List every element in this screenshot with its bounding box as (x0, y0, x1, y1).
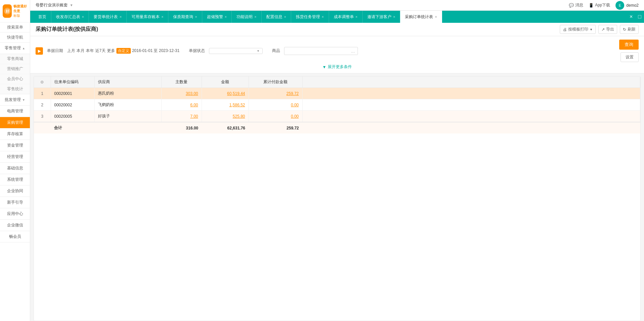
paid-link-3[interactable]: 0.00 (291, 114, 299, 119)
close-icon[interactable]: × (161, 15, 163, 19)
sidebar-item-finance[interactable]: 资金管理 (0, 140, 30, 151)
window-max-icon[interactable]: □ (635, 14, 644, 20)
sidebar-item-wechat-work[interactable]: 企业微信 (0, 220, 30, 231)
amount-link-2[interactable]: 1,586.52 (229, 103, 245, 107)
date-range-display: 2016-01-01 至 2023-12-31 (132, 48, 179, 54)
sidebar-item-wholesale[interactable]: 批发管理 ▼ (0, 94, 30, 106)
custom-date-tag[interactable]: 自定义 (116, 48, 131, 54)
tab-shelf-life[interactable]: 保质期查询 × (168, 11, 202, 23)
qty-link-2[interactable]: 6.00 (190, 103, 198, 107)
table-settings-icon[interactable]: ⚙ (40, 80, 44, 85)
sidebar-item-retail-manage[interactable]: 零售管理 ▲ (0, 43, 30, 54)
sidebar-search[interactable]: 搜索菜单 (0, 22, 30, 33)
query-button[interactable]: 查询 (619, 40, 639, 50)
sidebar-item-inventory[interactable]: 库存核算 (0, 128, 30, 140)
close-icon[interactable]: × (435, 15, 437, 19)
tab-home[interactable]: 首页 (34, 11, 51, 23)
expand-more-button[interactable]: ▼ 展开更多条件 (322, 64, 352, 70)
sidebar-item-operations[interactable]: 经营管理 (0, 151, 30, 163)
username: demo2 (626, 3, 639, 8)
cell-amount-2: 1,586.52 (202, 99, 249, 111)
shortcut-this-year[interactable]: 本年 (86, 48, 94, 54)
main-content: 母婴行业演示账套 ▼ 💬 消息 📱 App下载 E demo2 首页 (30, 0, 644, 321)
export-button[interactable]: ↗ 导出 (598, 25, 617, 34)
export-icon: ↗ (601, 27, 605, 32)
paid-link-1[interactable]: 259.72 (286, 91, 299, 96)
cell-code-3: 00020005 (51, 111, 94, 122)
cell-supplier-2: 飞鹤奶粉 (94, 99, 161, 111)
close-icon[interactable]: × (356, 15, 358, 19)
tab-stock-summary[interactable]: 收发存汇总表 × (51, 11, 89, 23)
amount-link-3[interactable]: 525.80 (233, 114, 245, 119)
sidebar-item-ecommerce[interactable]: 电商管理 (0, 106, 30, 117)
table-header-row: ⚙ 往来单位编码 供应商 主数量 金额 累计付款金额 (34, 76, 640, 88)
sidebar-item-appcenter[interactable]: 应用中心 (0, 208, 30, 220)
user-menu[interactable]: E demo2 (615, 1, 639, 10)
table-row[interactable]: 1 00020001 惠氏奶粉 303.00 60,519.44 259.72 (34, 88, 640, 99)
tab-cost-adjust[interactable]: 成本调整单 × (329, 11, 363, 23)
table-row[interactable]: 2 00020002 飞鹤奶粉 6.00 1,586.52 0.00 (34, 99, 640, 111)
tab-invite-customer[interactable]: 邀请下游客户 × (363, 11, 400, 23)
cell-spacer-1 (302, 88, 640, 99)
cell-qty-2: 6.00 (161, 99, 202, 111)
amount-link-1[interactable]: 60,519.44 (227, 91, 245, 96)
sidebar-item-retail-stat[interactable]: 零售统计 (0, 84, 30, 94)
workspace-selector[interactable]: 母婴行业演示账套 ▼ (36, 2, 73, 8)
shortcut-last7days[interactable]: 近7天 (95, 48, 106, 54)
table-row[interactable]: 3 00020005 好孩子 7.00 525.80 0.00 (34, 111, 640, 122)
tab-function-desc[interactable]: 功能说明 × (232, 11, 261, 23)
cell-seq-2: 2 (34, 99, 51, 111)
refresh-button[interactable]: ↻ 刷新 (620, 25, 639, 34)
footer-supplier (94, 122, 161, 133)
shortcut-last-month[interactable]: 上月 (67, 48, 75, 54)
window-close-icon[interactable]: × (627, 14, 635, 20)
cell-code-1: 00020001 (51, 88, 94, 99)
tab-purchase-stat-active[interactable]: 采购订单统计表 × (400, 11, 442, 23)
sidebar-item-basics[interactable]: 基础信息 (0, 163, 30, 174)
tab-pick-task[interactable]: 拣货任务管理 × (291, 11, 329, 23)
status-filter-label: 单据状态 (189, 48, 205, 54)
filter-toggle-button[interactable]: ▶ (36, 47, 43, 55)
sidebar-item-member2[interactable]: 畅会员 (0, 231, 30, 243)
th-settings[interactable]: ⚙ (34, 76, 51, 88)
close-icon[interactable]: × (195, 15, 197, 19)
shortcut-more[interactable]: 更多 (107, 48, 115, 54)
close-icon[interactable]: × (254, 15, 256, 19)
close-icon[interactable]: × (322, 15, 324, 19)
page-actions: 🖨 按模板打印 ▼ ↗ 导出 ↻ 刷新 (560, 25, 639, 34)
app-download-button[interactable]: 📱 App下载 (589, 2, 610, 8)
close-icon[interactable]: × (284, 15, 286, 19)
close-icon[interactable]: × (82, 15, 84, 19)
tab-available-stock[interactable]: 可用量库存账本 × (127, 11, 168, 23)
paid-link-2[interactable]: 0.00 (291, 103, 299, 107)
sidebar-item-retail-shop[interactable]: 零售商城 (0, 54, 30, 64)
sidebar-item-newguide[interactable]: 新手引导 (0, 197, 30, 208)
tab-overstock-warning[interactable]: 超储预警 × (202, 11, 232, 23)
print-dropdown-icon: ▼ (590, 28, 593, 31)
workspace-label: 母婴行业演示账套 (36, 2, 68, 8)
workspace-dropdown-icon: ▼ (70, 3, 73, 7)
goods-input[interactable]: ... (284, 47, 358, 55)
print-button[interactable]: 🖨 按模板打印 ▼ (560, 25, 596, 34)
qty-link-3[interactable]: 7.00 (190, 114, 198, 119)
close-icon[interactable]: × (225, 15, 227, 19)
sidebar-quick-nav[interactable]: 快捷导航 (0, 33, 30, 43)
settings-button[interactable]: 设置 (621, 52, 639, 62)
close-icon[interactable]: × (393, 15, 395, 19)
message-button[interactable]: 💬 消息 (569, 2, 583, 8)
tab-purchase-order-stat[interactable]: 要货单统计表 × (89, 11, 126, 23)
sidebar-item-system[interactable]: 系统管理 (0, 174, 30, 185)
sidebar-logo-area: 好 畅捷通好生意 标版 (0, 0, 30, 22)
status-select[interactable]: ▼ (209, 48, 263, 54)
sidebar-item-corp-collab[interactable]: 企业协同 (0, 185, 30, 197)
shortcut-this-month[interactable]: 本月 (76, 48, 85, 54)
close-icon[interactable]: × (119, 15, 121, 19)
qty-link-1[interactable]: 303.00 (186, 91, 198, 96)
sidebar-item-marketing[interactable]: 营销推广 (0, 64, 30, 74)
date-filter-label: 单据日期 (47, 48, 63, 54)
cell-paid-2: 0.00 (249, 99, 302, 111)
sidebar-item-purchase[interactable]: 采购管理 (0, 117, 30, 128)
sidebar-item-member[interactable]: 会员中心 (0, 74, 30, 84)
cell-paid-3: 0.00 (249, 111, 302, 122)
tab-config-info[interactable]: 配置信息 × (262, 11, 291, 23)
